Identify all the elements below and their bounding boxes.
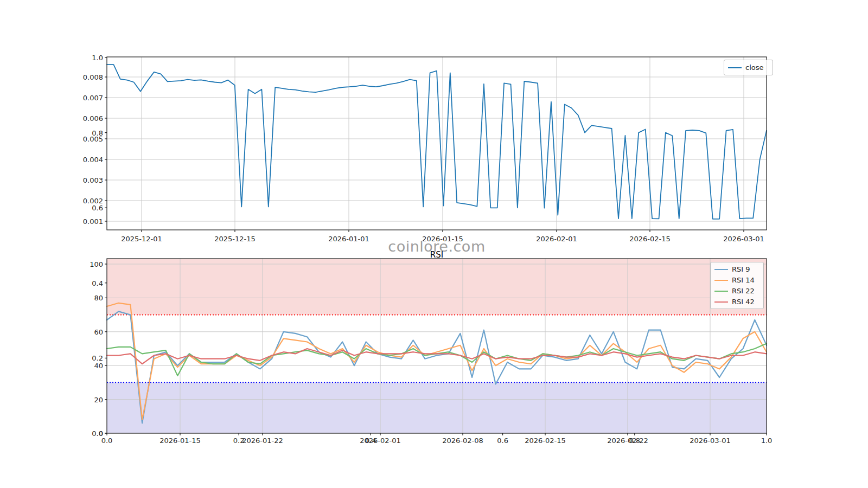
- legend-label: RSI 22: [732, 287, 755, 295]
- legend-label: RSI 9: [732, 265, 750, 273]
- legend-item: RSI 22: [714, 286, 759, 296]
- price-y-tick-label: 0.003: [83, 176, 103, 184]
- price-legend: close: [724, 60, 773, 75]
- legend-label: RSI 42: [732, 298, 755, 306]
- price-x-tick-label: 2026-02-15: [629, 235, 671, 243]
- rsi-x-tick-label: 2026-02-08: [442, 436, 483, 445]
- legend-item: RSI 9: [714, 265, 759, 274]
- overlay-x-tick-label: 1.0: [761, 436, 773, 445]
- overlay-y-tick-label: 1.0: [92, 54, 103, 62]
- price-x-tick-label: 2026-03-01: [723, 235, 764, 243]
- overlay-x-tick-label: 0.6: [497, 436, 508, 445]
- rsi-x-tick-label: 2026-02-01: [360, 436, 401, 445]
- rsi-legend: RSI 9RSI 14RSI 22RSI 42: [710, 262, 764, 309]
- price-y-tick-label: 0.004: [83, 156, 103, 164]
- price-chart-plot: [107, 57, 767, 230]
- rsi-y-tick-label: 20: [94, 395, 103, 403]
- rsi-chart-plot: [107, 259, 767, 433]
- overlay-y-tick-label: 0.6: [92, 204, 103, 212]
- rsi-y-tick-label: 100: [90, 260, 103, 268]
- rsi-y-tick-label: 80: [94, 294, 103, 302]
- legend-label: RSI 14: [732, 276, 755, 284]
- price-x-tick-label: 2025-12-15: [214, 235, 256, 243]
- legend-item: RSI 42: [714, 297, 759, 306]
- price-x-tick-label: 2025-12-01: [121, 235, 162, 243]
- legend-item: close: [728, 63, 768, 72]
- price-x-tick-label: 2026-01-15: [422, 235, 463, 243]
- legend-line-swatch: [714, 291, 728, 292]
- overlay-y-tick-label: 0.8: [92, 129, 103, 137]
- price-y-tick-label: 0.006: [83, 114, 103, 123]
- legend-line-swatch: [728, 67, 742, 68]
- legend-item: RSI 14: [714, 275, 759, 285]
- figure-canvas: coinlore.com RSI close RSI 9RSI 14RSI 22…: [0, 0, 868, 488]
- overlay-y-tick-label: 0.4: [92, 279, 103, 287]
- legend-line-swatch: [714, 280, 728, 281]
- legend-label: close: [745, 63, 763, 72]
- price-y-tick-label: 0.007: [83, 94, 103, 102]
- rsi-x-tick-label: 2026-01-15: [159, 436, 201, 445]
- price-y-tick-label: 0.008: [83, 73, 103, 81]
- overlay-y-tick-label: 0.2: [92, 354, 103, 362]
- price-x-tick-label: 2026-01-01: [328, 235, 369, 243]
- legend-line-swatch: [714, 301, 728, 303]
- legend-line-swatch: [714, 269, 728, 270]
- price-y-tick-label: 0.001: [83, 217, 103, 226]
- rsi-x-tick-label: 2026-02-15: [525, 436, 566, 445]
- rsi-y-tick-label: 40: [94, 362, 103, 370]
- rsi-y-tick-label: 60: [94, 328, 103, 336]
- rsi-x-tick-label: 2026-01-22: [242, 436, 283, 445]
- rsi-x-tick-label: 2026-02-22: [607, 436, 648, 445]
- rsi-x-tick-label: 2026-03-01: [690, 436, 731, 445]
- overlay-y-tick-label: 0.0: [92, 429, 103, 438]
- overlay-x-tick-label: 0.0: [101, 436, 113, 445]
- price-x-tick-label: 2026-02-01: [536, 235, 577, 243]
